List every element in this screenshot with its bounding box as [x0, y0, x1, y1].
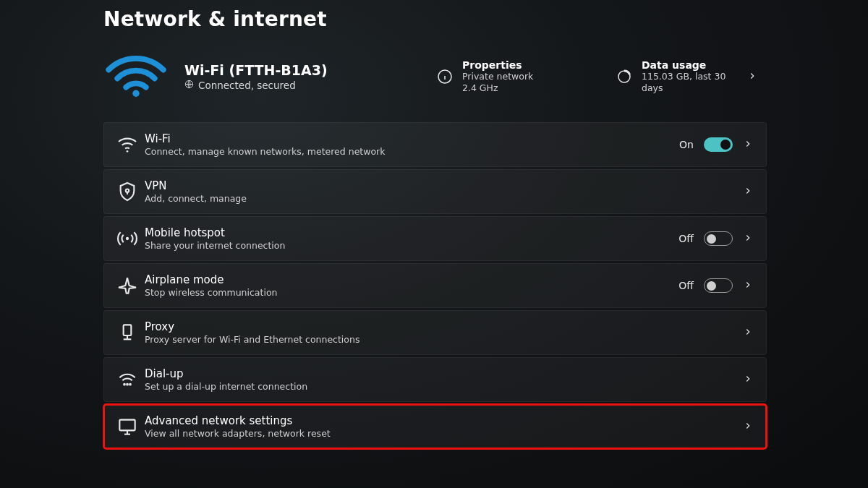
svg-point-0	[132, 90, 139, 96]
row-title: VPN	[145, 179, 743, 192]
svg-point-13	[124, 384, 125, 385]
chevron-right-icon	[747, 70, 757, 84]
toggle-label: On	[679, 139, 694, 150]
row-subtitle: Set up a dial-up internet connection	[145, 381, 743, 392]
network-ssid: Wi-Fi (FTTH-B1A3)	[184, 62, 423, 78]
row-title: Mobile hotspot	[145, 226, 678, 239]
page-title: Network & internet	[103, 7, 767, 31]
proxy-icon	[116, 321, 139, 344]
row-subtitle: Add, connect, manage	[145, 193, 743, 204]
network-status-panel: Wi-Fi (FTTH-B1A3) Connected, secured Pro…	[103, 51, 767, 102]
row-title: Airplane mode	[145, 273, 678, 286]
hotspot-toggle[interactable]	[704, 231, 733, 246]
settings-list: Wi-FiConnect, manage known networks, met…	[103, 122, 767, 449]
row-title: Proxy	[145, 320, 743, 333]
row-subtitle: View all network adapters, network reset	[145, 428, 743, 439]
properties-heading: Properties	[462, 59, 533, 71]
chevron-right-icon	[743, 420, 753, 434]
row-airplane-mode[interactable]: Airplane modeStop wireless communication…	[103, 263, 767, 308]
wifi-toggle[interactable]	[704, 137, 733, 152]
airplane-toggle[interactable]	[704, 278, 733, 293]
svg-point-6	[127, 150, 129, 153]
svg-point-14	[127, 384, 128, 385]
row-proxy[interactable]: ProxyProxy server for Wi-Fi and Ethernet…	[103, 310, 767, 355]
svg-rect-10	[124, 325, 132, 335]
row-advanced-network-settings[interactable]: Advanced network settingsView all networ…	[103, 404, 767, 449]
connection-state: Connected, secured	[198, 80, 296, 91]
row-title: Wi-Fi	[145, 132, 679, 145]
row-subtitle: Connect, manage known networks, metered …	[145, 146, 679, 157]
svg-rect-16	[119, 420, 135, 431]
row-subtitle: Stop wireless communication	[145, 287, 678, 298]
network-name-block: Wi-Fi (FTTH-B1A3) Connected, secured	[184, 62, 423, 91]
wifi-icon	[116, 133, 139, 156]
chevron-right-icon	[743, 232, 753, 246]
row-title: Advanced network settings	[145, 414, 743, 427]
row-title: Dial-up	[145, 367, 743, 380]
svg-point-7	[126, 189, 129, 192]
hotspot-icon	[116, 227, 139, 250]
chevron-right-icon	[743, 138, 753, 152]
toggle-label: Off	[678, 233, 694, 244]
wifi-signal-icon	[103, 51, 169, 102]
computer-icon	[116, 415, 139, 438]
properties-network-type: Private network	[462, 71, 533, 82]
svg-point-15	[129, 384, 131, 385]
chevron-right-icon	[743, 185, 753, 199]
row-subtitle: Share your internet connection	[145, 240, 678, 251]
row-mobile-hotspot[interactable]: Mobile hotspotShare your internet connec…	[103, 216, 767, 261]
data-usage-value: 115.03 GB, last 30 days	[642, 71, 739, 93]
airplane-icon	[116, 274, 139, 297]
properties-band: 2.4 GHz	[462, 82, 533, 94]
globe-icon	[184, 80, 194, 91]
toggle-label: Off	[678, 280, 694, 291]
data-usage-icon	[616, 68, 633, 85]
chevron-right-icon	[743, 279, 753, 293]
chevron-right-icon	[743, 373, 753, 387]
row-dial-up[interactable]: Dial-upSet up a dial-up internet connect…	[103, 357, 767, 402]
data-usage-link[interactable]: Data usage 115.03 GB, last 30 days	[616, 59, 739, 93]
info-icon	[436, 68, 454, 85]
row-vpn[interactable]: VPNAdd, connect, manage	[103, 169, 767, 214]
row-wifi[interactable]: Wi-FiConnect, manage known networks, met…	[103, 122, 767, 167]
svg-point-9	[126, 237, 129, 240]
row-subtitle: Proxy server for Wi-Fi and Ethernet conn…	[145, 334, 743, 345]
shield-icon	[116, 180, 139, 203]
data-usage-heading: Data usage	[642, 59, 739, 71]
properties-link[interactable]: Properties Private network 2.4 GHz	[436, 59, 610, 93]
dialup-icon	[116, 368, 139, 391]
chevron-right-icon	[743, 326, 753, 340]
